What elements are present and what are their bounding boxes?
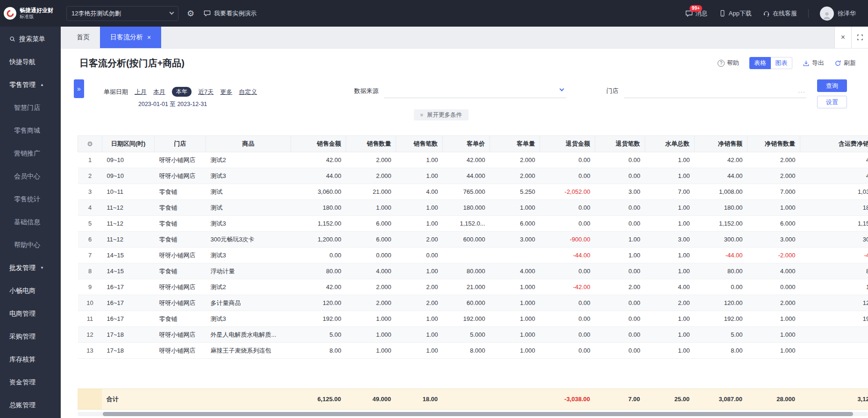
column-header[interactable]: 净销售额 (695, 136, 747, 152)
table-row[interactable]: 916~17呀呀小铺网店测试242.002.0002.0021.0001.000… (78, 279, 868, 295)
table-cell: 192.00 (291, 311, 346, 327)
fullscreen-button[interactable] (851, 27, 868, 48)
sidebar-item[interactable]: 会员中心 (0, 165, 61, 188)
quick-option[interactable]: 近7天 (198, 88, 213, 96)
settings-gear-icon[interactable]: ⚙ (187, 9, 194, 18)
table-cell: 1.00 (396, 152, 443, 168)
sidebar-item[interactable]: 零售统计 (0, 188, 61, 211)
column-settings-gear-icon[interactable]: ⚙ (87, 140, 93, 148)
date-range[interactable]: 2023-01-01 至 2023-12-31 (138, 100, 257, 108)
sidebar-item[interactable]: 快捷导航 (0, 50, 61, 73)
workspace-select[interactable]: 12李艳芬测试勿删 (66, 6, 178, 21)
table-row[interactable]: 714~15呀呀小铺网店测试30.000.0000.00-44.001.001.… (78, 248, 868, 263)
sidebar-item[interactable]: 智慧门店 (0, 96, 61, 119)
sidebar-item[interactable]: 小畅电商 (0, 279, 61, 302)
sidebar-item[interactable]: 基础信息 (0, 211, 61, 234)
store-input[interactable]: ··· (624, 87, 806, 98)
table-row[interactable]: 1016~17呀呀小铺网店多计量商品120.002.0002.0060.0001… (78, 295, 868, 311)
sidebar-item[interactable]: 帮助中心 (0, 234, 61, 256)
table-cell: 2.000 (346, 279, 396, 295)
column-header[interactable]: 客单价 (443, 136, 490, 152)
expand-more-button[interactable]: » 展开更多条件 (414, 109, 469, 120)
close-icon[interactable]: × (147, 34, 151, 41)
online-service-button[interactable]: 在线客服 (763, 9, 797, 18)
column-header[interactable]: 商品 (206, 136, 291, 152)
column-header[interactable]: 客单量 (490, 136, 540, 152)
scrollbar-thumb[interactable] (103, 412, 853, 416)
quick-option[interactable]: 上月 (135, 88, 147, 96)
column-header[interactable]: 净销售数量 (747, 136, 800, 152)
column-header[interactable]: 含运费净销售额 (800, 136, 868, 152)
column-header[interactable]: 销售数量 (346, 136, 396, 152)
messages-button[interactable]: 99+ 消息 (685, 9, 708, 18)
settings-button[interactable]: 设置 (817, 96, 847, 108)
table-cell: 6.000 (346, 232, 396, 248)
more-options-button[interactable]: ··· (798, 88, 805, 95)
horizontal-scrollbar[interactable] (78, 412, 868, 416)
tab-home[interactable]: 首页 (66, 27, 100, 48)
sidebar-item[interactable]: 营销推广 (0, 142, 61, 165)
table-row[interactable]: 1116~17零食铺测试3192.001.0001.00192.0001.000… (78, 311, 868, 327)
column-header[interactable]: 日期区间(时) (102, 136, 155, 152)
filter-buttons: 查询 设置 (817, 79, 847, 108)
phone-icon (719, 10, 726, 17)
tab-daily-customer-flow[interactable]: 日客流分析 × (100, 27, 161, 48)
sidebar-item[interactable]: 零售管理▲ (0, 73, 61, 96)
table-row[interactable]: 1217~18呀呀小铺网店外星人电解质水电解质...5.001.0001.005… (78, 327, 868, 343)
sidebar-item[interactable]: 零售商城 (0, 119, 61, 142)
sidebar-item[interactable]: 采购管理 (0, 325, 61, 348)
table-cell: 0.00 (540, 200, 595, 216)
column-header[interactable]: 退货笔数 (595, 136, 645, 152)
query-button[interactable]: 查询 (817, 79, 847, 92)
table-row[interactable]: 411~12零食铺测试180.001.0001.00180.0001.0000.… (78, 200, 868, 216)
brand-logo[interactable]: 畅捷通好业财 标准版 (0, 0, 61, 27)
column-header[interactable]: 水单总数 (645, 136, 695, 152)
user-menu[interactable]: 徐泽华 (820, 7, 856, 21)
table-row[interactable]: 109~10呀呀小铺网店测试242.002.0001.0042.0002.000… (78, 152, 868, 168)
table-cell: 1,032.00 (800, 184, 868, 200)
table-cell: 0.00 (695, 279, 747, 295)
table-cell: 1.000 (490, 311, 540, 327)
sidebar-item[interactable]: 库存核算 (0, 348, 61, 371)
demo-link[interactable]: 我要看实例演示 (204, 9, 256, 18)
table-cell: 2.000 (747, 152, 800, 168)
table-row[interactable]: 611~12零食铺300元畅玩3次卡1,200.006.0002.00600.0… (78, 232, 868, 248)
table-cell: 5.00 (291, 327, 346, 343)
table-cell: 1.00 (645, 200, 695, 216)
sidebar-item-label: 批发管理 (9, 264, 36, 272)
table-row[interactable]: 1317~18呀呀小铺网店麻辣王子麦烧系列连包8.001.0001.008.00… (78, 343, 868, 359)
datasource-select[interactable] (384, 87, 566, 98)
quick-option[interactable]: 本月 (153, 88, 165, 96)
column-header[interactable]: 销售金额 (291, 136, 346, 152)
table-cell: 6.000 (747, 216, 800, 232)
quick-option[interactable]: 自定义 (239, 88, 257, 96)
table-cell: 765.000 (443, 184, 490, 200)
refresh-button[interactable]: 刷新 (834, 59, 856, 67)
column-header[interactable]: 门店 (155, 136, 206, 152)
sidebar-item[interactable]: 资金管理 (0, 371, 61, 394)
column-header[interactable]: ⚙ (78, 136, 102, 152)
quick-option[interactable]: 本年 (172, 87, 192, 97)
help-button[interactable]: ? 帮助 (718, 59, 739, 67)
sidebar-item[interactable]: 总账管理 (0, 394, 61, 417)
table-cell: -2,052.00 (540, 184, 595, 200)
data-grid-wrap: ⚙日期区间(时)门店商品销售金额销售数量销售笔数客单价客单量退货金额退货笔数水单… (78, 135, 868, 359)
table-row[interactable]: 310~11零食铺测试3,060.0021.0004.00765.0005.25… (78, 184, 868, 200)
view-table-button[interactable]: 表格 (749, 57, 771, 69)
sidebar-item[interactable]: 电商管理 (0, 302, 61, 325)
close-all-tabs-button[interactable]: × (834, 27, 851, 48)
export-button[interactable]: 导出 (803, 59, 824, 67)
page-title: 日客流分析(按门店+商品) (79, 57, 185, 70)
chat-bubble-icon (204, 10, 211, 17)
column-header[interactable]: 退货金额 (540, 136, 595, 152)
table-row[interactable]: 511~12零食铺测试31,152.006.0001.001,152.0...6… (78, 216, 868, 232)
table-row[interactable]: 209~10呀呀小铺网店测试344.002.0001.0044.0002.000… (78, 168, 868, 184)
app-download-button[interactable]: App下载 (719, 9, 752, 18)
view-chart-button[interactable]: 图表 (771, 57, 792, 69)
collapse-filter-button[interactable]: » (74, 79, 84, 98)
quick-option[interactable]: 更多 (220, 88, 232, 96)
sidebar-item[interactable]: 搜索菜单 (0, 28, 61, 50)
column-header[interactable]: 销售笔数 (396, 136, 443, 152)
table-row[interactable]: 814~15零食铺浮动计量80.004.0001.0080.0004.0000.… (78, 263, 868, 279)
sidebar-item[interactable]: 批发管理▼ (0, 256, 61, 279)
